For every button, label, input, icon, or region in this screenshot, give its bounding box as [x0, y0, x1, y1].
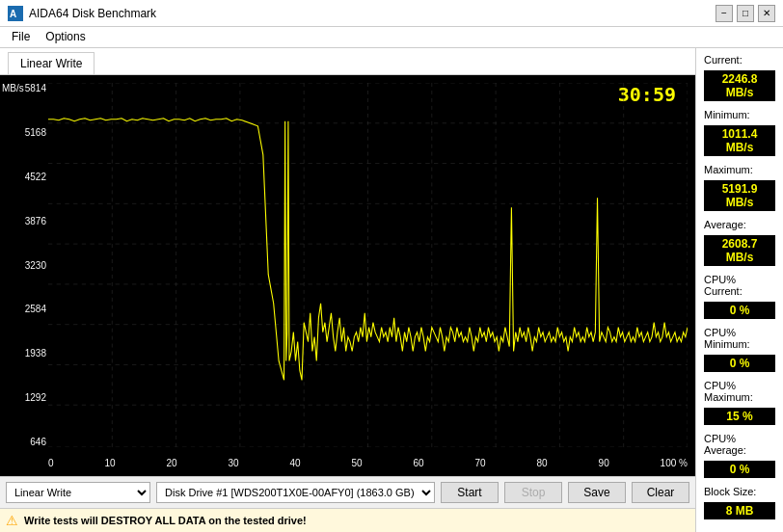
test-type-dropdown[interactable]: Linear Write: [6, 482, 150, 503]
close-button[interactable]: ✕: [758, 5, 775, 22]
y-label-0: 5814: [8, 83, 46, 93]
minimum-value: 1011.4 MB/s: [704, 125, 775, 156]
x-label-3: 30: [228, 458, 238, 468]
x-label-2: 20: [166, 458, 176, 468]
average-label: Average:: [704, 219, 775, 230]
menu-options[interactable]: Options: [38, 29, 93, 45]
block-size-label: Block Size:: [704, 486, 775, 497]
controls-row: Linear Write Disk Drive #1 [WDS200T1X0E-…: [0, 477, 695, 508]
cpu-average-value: 0 %: [704, 461, 775, 478]
warning-row: ⚠ Write tests will DESTROY ALL DATA on t…: [0, 508, 695, 532]
cpu-current-label: CPU% Current:: [704, 274, 775, 297]
app-icon: A: [8, 6, 23, 21]
cpu-minimum-label: CPU% Minimum:: [704, 327, 775, 350]
x-label-1: 10: [104, 458, 115, 468]
x-label-5: 50: [352, 458, 363, 468]
current-value: 2246.8 MB/s: [704, 70, 775, 101]
save-button[interactable]: Save: [568, 482, 626, 503]
drive-dropdown[interactable]: Disk Drive #1 [WDS200T1X0E-00AFY0] (1863…: [156, 482, 435, 503]
y-label-1: 5168: [8, 127, 46, 138]
current-label: Current:: [704, 54, 775, 66]
x-label-8: 80: [537, 458, 548, 468]
cpu-maximum-label: CPU% Maximum:: [704, 380, 775, 403]
tab-bar: Linear Write: [0, 48, 695, 75]
y-label-6: 1938: [8, 348, 46, 359]
warning-text: Write tests will DESTROY ALL DATA on the…: [24, 515, 307, 526]
sidebar: Current: 2246.8 MB/s Minimum: 1011.4 MB/…: [695, 48, 783, 532]
cpu-minimum-value: 0 %: [704, 355, 775, 372]
warning-icon: ⚠: [6, 513, 18, 528]
tab-linear-write[interactable]: Linear Write: [8, 52, 94, 74]
minimum-label: Minimum:: [704, 109, 775, 120]
x-label-7: 70: [475, 458, 486, 468]
y-label-4: 3230: [8, 260, 46, 271]
x-label-0: 0: [48, 458, 54, 468]
maximize-button[interactable]: □: [737, 5, 754, 22]
y-axis: 5814 5168 4522 3876 3230 2584 1938 1292 …: [8, 83, 46, 447]
maximum-value: 5191.9 MB/s: [704, 180, 775, 211]
window-title: AIDA64 Disk Benchmark: [29, 7, 156, 20]
x-label-6: 60: [414, 458, 424, 468]
block-size-value: 8 MB: [704, 502, 775, 519]
cpu-maximum-value: 15 %: [704, 408, 775, 425]
y-label-2: 4522: [8, 172, 46, 182]
menu-bar: File Options: [0, 27, 783, 48]
x-label-10: 100 %: [661, 458, 688, 468]
clear-button[interactable]: Clear: [632, 482, 689, 503]
chart-svg: [48, 83, 688, 447]
y-label-7: 1292: [8, 392, 46, 403]
y-label-8: 646: [8, 437, 46, 447]
y-label-5: 2584: [8, 304, 46, 314]
cpu-current-value: 0 %: [704, 302, 775, 319]
x-axis: 0 10 20 30 40 50 60 70 80 90 100 %: [48, 458, 688, 468]
title-bar: A AIDA64 Disk Benchmark − □ ✕: [0, 0, 783, 27]
maximum-label: Maximum:: [704, 164, 775, 175]
average-value: 2608.7 MB/s: [704, 235, 775, 266]
start-button[interactable]: Start: [441, 482, 499, 503]
chart-graph: [48, 83, 688, 447]
minimize-button[interactable]: −: [716, 5, 733, 22]
stop-button[interactable]: Stop: [504, 482, 562, 503]
menu-file[interactable]: File: [4, 29, 38, 45]
y-label-3: 3876: [8, 216, 46, 226]
x-label-4: 40: [290, 458, 301, 468]
main-content: Linear Write MB/s 30:59 5814 5168 4522 3…: [0, 48, 783, 532]
x-label-9: 90: [599, 458, 609, 468]
svg-text:A: A: [10, 9, 16, 19]
bottom-bar: Linear Write Disk Drive #1 [WDS200T1X0E-…: [0, 476, 695, 532]
cpu-average-label: CPU% Average:: [704, 433, 775, 456]
chart-container: MB/s 30:59 5814 5168 4522 3876 3230 2584…: [0, 75, 695, 476]
chart-area: Linear Write MB/s 30:59 5814 5168 4522 3…: [0, 48, 695, 532]
